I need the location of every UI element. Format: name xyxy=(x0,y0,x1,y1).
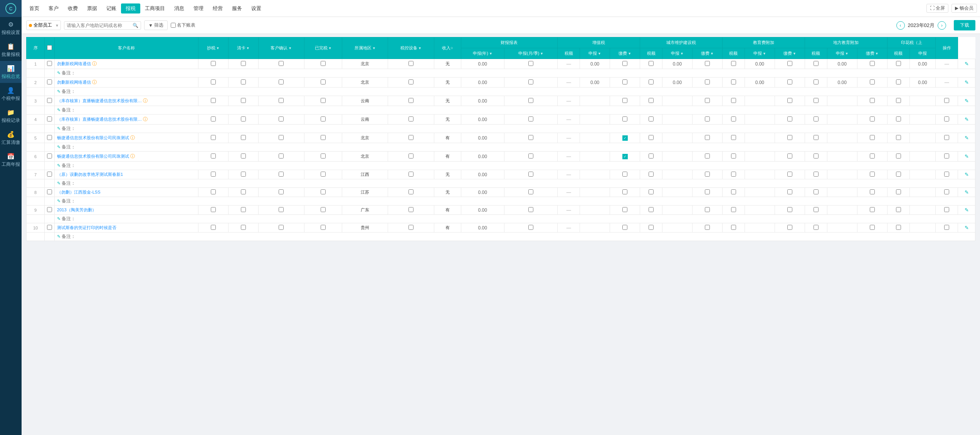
row-select-cell[interactable] xyxy=(45,170,55,179)
tax-type-cell[interactable] xyxy=(198,223,228,233)
city-report-cell[interactable] xyxy=(692,115,722,125)
reported-cell[interactable] xyxy=(304,115,342,125)
caiwu-nian-cell[interactable] xyxy=(504,188,557,197)
reported-cell[interactable] xyxy=(304,96,342,106)
row-select-cell[interactable] xyxy=(45,152,55,162)
client-confirm-cell[interactable] xyxy=(258,115,304,125)
local-pay-cell[interactable] xyxy=(887,96,909,106)
city-report-cell[interactable] xyxy=(692,59,722,69)
tax-type-cell[interactable] xyxy=(198,206,228,215)
row-select-checkbox[interactable] xyxy=(47,153,52,158)
caiwu-nian-cell[interactable] xyxy=(504,59,557,69)
client-confirm-cell[interactable] xyxy=(258,96,304,106)
note-pencil-icon[interactable]: ✎ xyxy=(57,145,61,149)
note-pencil-icon[interactable]: ✎ xyxy=(57,163,61,168)
client-confirm-cell[interactable] xyxy=(258,59,304,69)
row-select-checkbox[interactable] xyxy=(47,225,52,230)
note-cell[interactable]: ✎ 备注： xyxy=(55,143,975,152)
nav-gongshang[interactable]: 工商项目 xyxy=(140,3,170,13)
note-pencil-icon[interactable]: ✎ xyxy=(57,199,61,203)
tax-control-cell[interactable] xyxy=(388,188,434,197)
client-name[interactable]: （原）误删勿改李艳牙测试斯春新1 xyxy=(55,170,198,179)
zz-report-cell[interactable] xyxy=(610,96,640,106)
local-report-cell[interactable] xyxy=(857,59,887,69)
zz-pay-cell[interactable] xyxy=(640,170,662,179)
caiwu-nian-cell[interactable] xyxy=(504,115,557,125)
row-select-checkbox[interactable] xyxy=(47,98,52,103)
edu-pay-cell[interactable] xyxy=(805,152,827,162)
note-pencil-icon[interactable]: ✎ xyxy=(57,234,61,239)
edu-pay-cell[interactable] xyxy=(805,115,827,125)
action-cell[interactable]: ✎ xyxy=(958,206,975,215)
action-cell[interactable]: ✎ xyxy=(958,188,975,197)
city-report-cell[interactable] xyxy=(692,96,722,106)
zz-report-cell[interactable] xyxy=(610,59,640,69)
warning-icon[interactable]: ⓘ xyxy=(143,116,148,122)
city-pay-cell[interactable] xyxy=(723,188,745,197)
row-checkbox[interactable] xyxy=(622,225,627,230)
tax-control-cell[interactable] xyxy=(388,78,434,88)
note-cell[interactable]: ✎ 备注： xyxy=(55,233,975,241)
nav-piaoju[interactable]: 票据 xyxy=(82,3,102,13)
filter-button[interactable]: ▼ 筛选 xyxy=(144,20,168,30)
local-report-cell[interactable] xyxy=(857,206,887,215)
client-confirm-cell[interactable] xyxy=(258,170,304,179)
edit-icon[interactable]: ✎ xyxy=(965,225,969,231)
row-select-checkbox[interactable] xyxy=(47,189,52,194)
note-pencil-icon[interactable]: ✎ xyxy=(57,216,61,221)
row-select-cell[interactable] xyxy=(45,223,55,233)
clear-card-cell[interactable] xyxy=(228,59,258,69)
city-pay-cell[interactable] xyxy=(723,223,745,233)
local-pay-cell[interactable] xyxy=(887,206,909,215)
reported-cell[interactable] xyxy=(304,78,342,88)
clear-card-cell[interactable] xyxy=(228,206,258,215)
tax-control-cell[interactable] xyxy=(388,59,434,69)
client-name[interactable]: 畅捷通信息技术股份有限公司民珠测试ⓘ xyxy=(55,152,198,162)
nav-xiaoxi[interactable]: 消息 xyxy=(170,3,189,13)
zz-report-cell[interactable]: ✓ xyxy=(610,152,640,162)
city-pay-cell[interactable] xyxy=(723,59,745,69)
clear-card-cell[interactable] xyxy=(228,152,258,162)
note-cell[interactable]: ✎ 备注： xyxy=(55,197,975,206)
edit-icon[interactable]: ✎ xyxy=(965,116,969,122)
edu-report-cell[interactable] xyxy=(775,115,805,125)
tax-type-cell[interactable] xyxy=(198,96,228,106)
local-report-cell[interactable] xyxy=(857,115,887,125)
client-name[interactable]: 测试斯春的凭证打印的时候是否 xyxy=(55,223,198,233)
note-pencil-icon[interactable]: ✎ xyxy=(57,89,61,94)
action-cell[interactable]: ✎ xyxy=(958,59,975,69)
stamp-report-cell[interactable] xyxy=(936,133,958,143)
city-pay-cell[interactable] xyxy=(723,115,745,125)
note-pencil-icon[interactable]: ✎ xyxy=(57,71,61,75)
edit-icon[interactable]: ✎ xyxy=(965,207,969,213)
row-checkbox[interactable] xyxy=(622,79,627,84)
nav-shoufei[interactable]: 收费 xyxy=(63,3,82,13)
nav-guanli[interactable]: 管理 xyxy=(189,3,208,13)
edu-report-cell[interactable] xyxy=(775,223,805,233)
edu-pay-cell[interactable] xyxy=(805,170,827,179)
action-cell[interactable]: ✎ xyxy=(958,78,975,88)
caiwu-nian-cell[interactable] xyxy=(504,96,557,106)
edit-icon[interactable]: ✎ xyxy=(965,79,969,85)
stamp-report-cell[interactable] xyxy=(936,170,958,179)
client-name[interactable]: （库存核算）直播畅捷通信息技术股份有限…ⓘ xyxy=(55,96,198,106)
edu-report-cell[interactable] xyxy=(775,152,805,162)
zz-pay-cell[interactable] xyxy=(640,188,662,197)
edit-icon[interactable]: ✎ xyxy=(965,189,969,195)
caiwu-nian-cell[interactable] xyxy=(504,206,557,215)
edu-pay-cell[interactable] xyxy=(805,188,827,197)
tax-control-cell[interactable] xyxy=(388,152,434,162)
local-report-cell[interactable] xyxy=(857,188,887,197)
caiwu-nian-cell[interactable] xyxy=(504,152,557,162)
edu-report-cell[interactable] xyxy=(775,133,805,143)
local-report-cell[interactable] xyxy=(857,152,887,162)
client-name[interactable]: 畅捷通信息技术股份有限公司民珠测试ⓘ xyxy=(55,133,198,143)
client-name[interactable]: （库存核算）直播畅捷通信息技术股份有限…ⓘ xyxy=(55,115,198,125)
note-pencil-icon[interactable]: ✎ xyxy=(57,126,61,131)
reported-cell[interactable] xyxy=(304,170,342,179)
city-pay-cell[interactable] xyxy=(723,96,745,106)
select-all-checkbox[interactable] xyxy=(47,45,52,50)
client-confirm-cell[interactable] xyxy=(258,152,304,162)
city-report-cell[interactable] xyxy=(692,206,722,215)
city-pay-cell[interactable] xyxy=(723,206,745,215)
